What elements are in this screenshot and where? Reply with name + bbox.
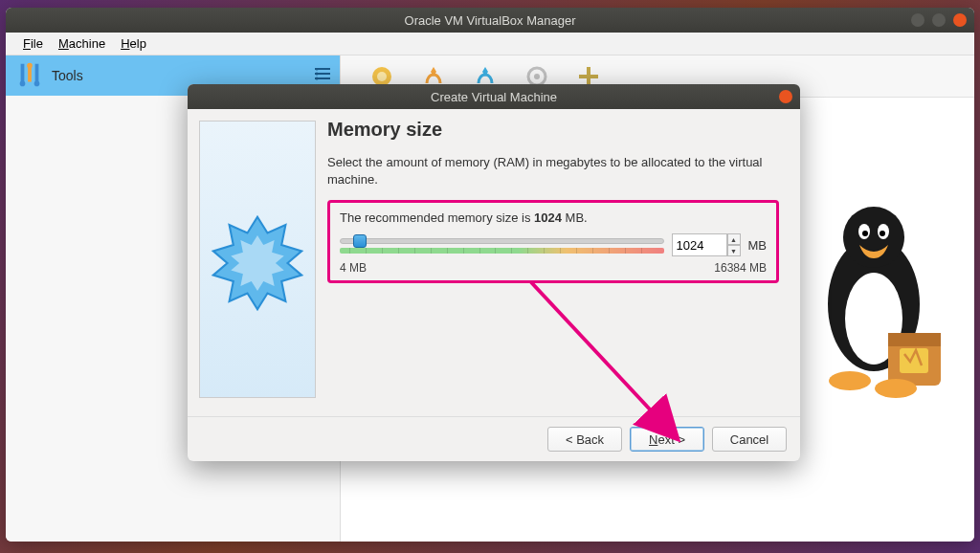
wizard-badge-icon (200, 202, 315, 317)
next-button[interactable]: Next > (630, 427, 704, 452)
svg-point-28 (829, 371, 871, 390)
memory-slider[interactable] (340, 231, 664, 259)
slider-max-label: 16384 MB (714, 261, 767, 275)
svg-rect-26 (888, 333, 941, 346)
main-title: Oracle VM VirtualBox Manager (405, 13, 576, 28)
tools-icon (15, 60, 44, 92)
dialog-description: Select the amount of memory (RAM) in meg… (327, 154, 779, 188)
dialog-content: Memory size Select the amount of memory … (322, 109, 800, 416)
svg-rect-2 (35, 63, 39, 81)
dialog-heading: Memory size (327, 119, 779, 141)
menu-file[interactable]: File (17, 34, 49, 53)
dialog-body: Memory size Select the amount of memory … (188, 109, 800, 416)
cancel-button[interactable]: Cancel (712, 427, 787, 452)
menubar: File Machine Help (6, 33, 974, 55)
slider-min-label: 4 MB (340, 261, 367, 275)
svg-point-15 (534, 74, 540, 79)
slider-range-labels: 4 MB 16384 MB (340, 261, 767, 275)
memory-highlight-box: The recommended memory size is 1024 MB. … (327, 200, 779, 283)
slider-handle[interactable] (353, 234, 367, 248)
create-vm-dialog: Create Virtual Machine Memory size Selec… (188, 84, 800, 461)
dialog-sidebar-image (188, 109, 322, 416)
memory-slider-row: 1024 ▲▼ MB (340, 231, 767, 259)
back-button[interactable]: < Back (547, 427, 622, 452)
close-button[interactable] (953, 13, 967, 27)
menu-help[interactable]: Help (115, 34, 152, 53)
window-controls (911, 13, 967, 27)
dialog-titlebar: Create Virtual Machine (188, 84, 800, 109)
dialog-close-button[interactable] (779, 90, 792, 103)
memory-value-input[interactable]: 1024 (672, 233, 727, 256)
minimize-button[interactable] (911, 13, 924, 27)
memory-unit-label: MB (748, 238, 768, 253)
menu-machine[interactable]: Machine (53, 34, 111, 53)
tux-decoration (802, 189, 955, 409)
dialog-title: Create Virtual Machine (431, 90, 557, 104)
recommended-line: The recommended memory size is 1024 MB. (340, 210, 767, 225)
svg-point-5 (34, 80, 40, 86)
svg-rect-0 (21, 63, 25, 81)
spinner-up-icon[interactable]: ▲ (727, 233, 741, 245)
svg-point-3 (20, 80, 26, 86)
svg-point-29 (875, 379, 917, 398)
main-titlebar: Oracle VM VirtualBox Manager (6, 8, 974, 33)
svg-point-11 (316, 77, 319, 79)
svg-point-10 (316, 72, 319, 75)
memory-spinner[interactable]: ▲▼ (727, 233, 741, 256)
svg-point-24 (880, 231, 885, 236)
svg-point-4 (27, 62, 33, 68)
dialog-button-row: < Back Next > Cancel (188, 416, 800, 461)
svg-point-9 (316, 68, 319, 71)
svg-point-20 (843, 207, 904, 268)
svg-point-22 (862, 231, 868, 236)
maximize-button[interactable] (932, 13, 946, 27)
sidebar-tools-label: Tools (52, 68, 83, 83)
svg-rect-17 (579, 75, 598, 78)
spinner-down-icon[interactable]: ▼ (727, 245, 741, 256)
sidebar-menu-icon[interactable] (315, 68, 330, 84)
svg-point-13 (377, 72, 387, 81)
